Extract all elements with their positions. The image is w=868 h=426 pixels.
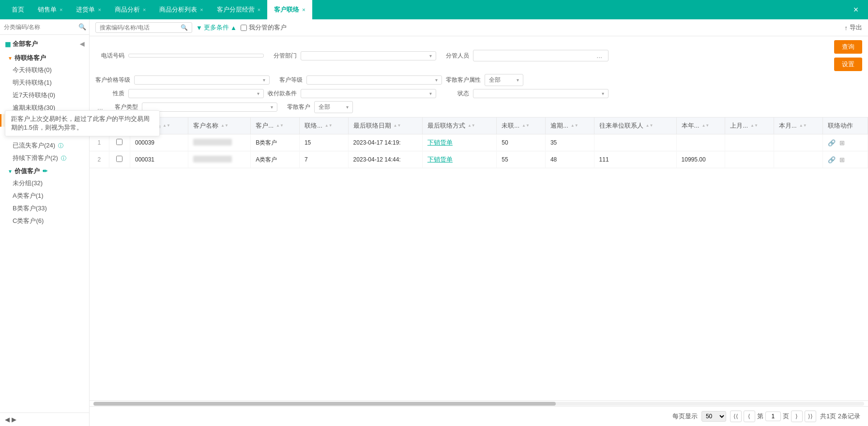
scrollbar-thumb[interactable] [93,402,556,406]
col-contact-count[interactable]: 联络...▲▼ [299,118,348,134]
per-page-select[interactable]: 50 100 200 [701,411,726,422]
col-last-method[interactable]: 最后联络方式▲▼ [422,118,496,134]
export-button[interactable]: ↑ 导出 [845,23,863,32]
main-layout: 🔍 ▦ 全部客户 ◀ ▼ 待联络客户 今天待联络(0) 明天待联络(1) 近7天… [0,19,868,426]
row1-unit-contact [594,134,676,151]
sidebar-item-ungrouped[interactable]: 未分组(32) [0,177,89,190]
main-search-icon[interactable]: 🔍 [181,24,188,31]
sidebar-bottom-arrows[interactable]: ◀ ▶ [5,416,16,423]
nav-sales-close[interactable]: × [60,7,62,13]
table-header-row: ⚙ 客户编码▲▼ 客户名称▲▼ 客户...▲▼ [90,118,868,134]
code-sort-icon: ▲▼ [163,124,170,128]
row2-grid-icon[interactable]: ⊞ [839,156,845,163]
retail-attr-group: 全部 ▾ [485,74,523,86]
sidebar-search-icon[interactable]: 🔍 [78,23,86,30]
retail-attr-field[interactable]: 全部 ▾ [485,74,523,86]
unread-sort-icon: ▲▼ [522,124,530,128]
col-grade[interactable]: 客户...▲▼ [251,118,300,134]
sidebar-item-lost[interactable]: 已流失客户(24) ⓘ [0,139,89,152]
row1-overdue: 35 [545,134,594,151]
pagination-bar: 每页显示 50 100 200 ⟨⟨ ⟨ 第 页 ⟩ ⟩⟩ 共1页 2条记录 [90,406,868,426]
sidebar-item-7days[interactable]: 近7天待联络(0) [0,89,89,102]
col-overdue[interactable]: 逾期...▲▼ [545,118,594,134]
nav-product-analysis[interactable]: 商品分析 × [108,0,152,19]
first-page-btn[interactable]: ⟨⟨ [730,411,742,422]
dept-field[interactable]: ▾ [301,51,436,60]
row1-contact: 15 [299,134,348,151]
data-table-wrapper[interactable]: ⚙ 客户编码▲▼ 客户名称▲▼ 客户...▲▼ [90,118,868,400]
pending-section-title[interactable]: ▼ 待联络客户 [0,51,89,64]
top-navigation: 首页 销售单 × 进货单 × 商品分析 × 商品分析列表 × 客户分层经营 × … [0,0,868,19]
year-sort-icon: ▲▼ [701,124,709,128]
retail-customer-field[interactable]: 全部 ▾ [314,101,353,113]
payment-field[interactable]: ▾ [301,89,436,98]
content-area: 🔍 ▼ 更多条件 ▲ 我分管的客户 ↑ 导出 电话号码 [90,19,868,426]
nav-customer-tier[interactable]: 客户分层经营 × [210,0,267,19]
nav-customer-tier-close[interactable]: × [258,7,260,13]
row1-checkbox[interactable] [116,139,122,145]
sidebar-item-a-class[interactable]: A类客户(1) [0,190,89,202]
value-section-title[interactable]: ▼ 价值客户 ✏ [0,164,89,177]
nav-purchase-close[interactable]: × [98,7,101,13]
row2-last-method[interactable]: 下销货单 [422,151,496,168]
manager-dots[interactable]: ... [594,52,604,59]
col-this-month[interactable]: 本月...▲▼ [774,118,822,134]
action-buttons: 查询 设置 [834,40,862,71]
sidebar-item-b-class[interactable]: B类客户(33) [0,202,89,215]
row2-link-icon[interactable]: 🔗 [828,156,836,163]
sidebar-item-tomorrow[interactable]: 明天待联络(1) [0,76,89,89]
nav-product-analysis-close[interactable]: × [143,7,146,13]
manager-field[interactable]: ... [473,50,609,61]
scrollbar-track[interactable] [93,402,864,406]
table-row: 2 000031 A类客户 7 2023-04-12 14:44: 下销货单 [90,151,868,168]
prev-page-btn[interactable]: ⟨ [744,411,755,422]
row1-last-method[interactable]: 下销货单 [422,134,496,151]
price-grade-field[interactable]: ▾ [134,75,270,85]
status-field[interactable]: ▾ [473,89,609,98]
gender-field[interactable]: ▾ [128,89,264,98]
next-page-btn[interactable]: ⟩ [791,411,803,422]
sidebar-item-today[interactable]: 今天待联络(0) [0,64,89,76]
query-button[interactable]: 查询 [834,40,862,54]
all-customers-header[interactable]: ▦ 全部客户 ◀ [0,37,89,51]
edit-icon[interactable]: ✏ [43,168,47,175]
col-name[interactable]: 客户名称▲▼ [188,118,251,134]
nav-customer-contact-close[interactable]: × [302,7,305,13]
nav-product-list-close[interactable]: × [200,7,203,13]
col-unit-contact[interactable]: 往来单位联系人▲▼ [594,118,676,134]
row1-link-icon[interactable]: 🔗 [828,139,836,147]
window-close-button[interactable]: × [849,2,863,17]
row2-action-icons: 🔗 ⊞ [828,156,863,163]
dept-arrow: ▾ [429,53,432,59]
my-customer-checkbox[interactable] [241,25,247,31]
nav-sales[interactable]: 销售单 × [31,0,69,19]
customer-type-field[interactable]: ▾ [142,103,277,112]
nav-customer-contact[interactable]: 客户联络 × [267,0,312,19]
retail-customer-arrow: ▾ [346,104,349,110]
nav-purchase[interactable]: 进货单 × [69,0,107,19]
more-filters-btn[interactable]: ▼ 更多条件 ▲ [196,23,237,32]
col-last-date[interactable]: 最后联络日期▲▼ [348,118,422,134]
row2-checkbox[interactable] [116,156,122,162]
sidebar-item-declining[interactable]: 持续下滑客户(2) ⓘ [0,152,89,164]
sidebar-search-input[interactable] [4,24,76,30]
tmonth-sort-icon: ▲▼ [799,124,807,128]
horizontal-scrollbar[interactable] [90,400,868,406]
nav-home[interactable]: 首页 [5,0,31,19]
last-page-btn[interactable]: ⟩⟩ [805,411,816,422]
set-button[interactable]: 设置 [834,58,862,71]
sidebar: 🔍 ▦ 全部客户 ◀ ▼ 待联络客户 今天待联络(0) 明天待联络(1) 近7天… [0,19,90,426]
row1-grid-icon[interactable]: ⊞ [839,139,845,147]
col-this-year[interactable]: 本年...▲▼ [676,118,725,134]
nav-product-list[interactable]: 商品分析列表 × [152,0,210,19]
col-last-month[interactable]: 上月...▲▼ [725,118,774,134]
payment-arrow: ▾ [429,91,432,96]
grade-field[interactable]: ▾ [306,75,442,85]
sidebar-item-c-class[interactable]: C类客户(6) [0,215,89,227]
collapse-icon[interactable]: ◀ [80,41,84,47]
page-navigation: ⟨⟨ ⟨ 第 页 ⟩ ⟩⟩ [730,411,816,422]
col-unread[interactable]: 未联...▲▼ [497,118,546,134]
page-input[interactable] [765,411,781,421]
phone-field[interactable] [128,54,264,58]
main-search-input[interactable] [100,24,181,31]
